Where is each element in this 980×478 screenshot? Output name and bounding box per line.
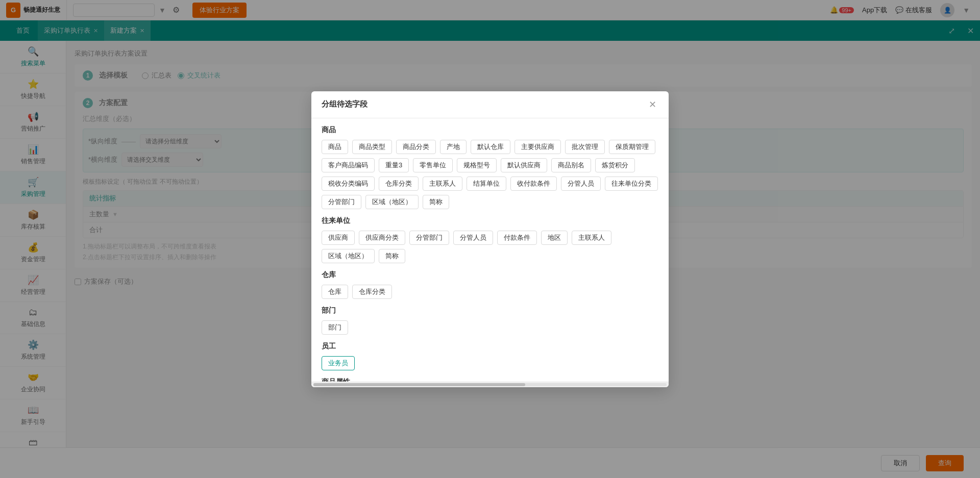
field-tag[interactable]: 供应商	[322, 231, 355, 245]
modal-title: 分组待选字段	[322, 99, 368, 109]
field-tag[interactable]: 税收分类编码	[322, 177, 375, 191]
field-tag[interactable]: 炼货积分	[595, 158, 635, 172]
field-tag[interactable]: 往来单位分类	[605, 177, 658, 191]
section-dept: 部门 部门	[322, 306, 658, 335]
field-tag[interactable]: 仓库分类	[352, 285, 392, 299]
goods-fields: 商品 商品类型 商品分类 产地 默认仓库 主要供应商 批次管理 保质期管理 客户…	[322, 140, 658, 209]
modal-dialog: 分组待选字段 ✕ 商品 商品 商品类型 商品分类 产地 默认仓库 主要供应商 批…	[311, 91, 669, 387]
section-product-attr-title: 商品属性	[322, 378, 658, 382]
field-tag[interactable]: 分管人员	[561, 177, 601, 191]
field-tag[interactable]: 地区	[541, 231, 568, 245]
modal-close-button[interactable]: ✕	[646, 98, 658, 111]
field-tag[interactable]: 付款条件	[497, 231, 537, 245]
field-tag[interactable]: 仓库分类	[379, 177, 419, 191]
section-goods: 商品 商品 商品类型 商品分类 产地 默认仓库 主要供应商 批次管理 保质期管理…	[322, 125, 658, 209]
employee-fields: 业务员	[322, 356, 658, 370]
section-warehouse: 仓库 仓库 仓库分类	[322, 270, 658, 299]
field-tag[interactable]: 收付款条件	[510, 177, 557, 191]
field-tag[interactable]: 主联系人	[423, 177, 462, 191]
field-tag[interactable]: 简称	[379, 249, 405, 263]
modal-body: 商品 商品 商品类型 商品分类 产地 默认仓库 主要供应商 批次管理 保质期管理…	[311, 118, 669, 382]
field-tag[interactable]: 供应商分类	[359, 231, 405, 245]
field-tag[interactable]: 业务员	[322, 356, 355, 370]
section-dept-title: 部门	[322, 306, 658, 315]
field-tag[interactable]: 主要供应商	[514, 140, 561, 154]
section-employee: 员工 业务员	[322, 342, 658, 370]
field-tag[interactable]: 重量3	[379, 158, 409, 172]
field-tag[interactable]: 结算单位	[467, 177, 506, 191]
field-tag[interactable]: 商品别名	[551, 158, 591, 172]
modal-overlay: 分组待选字段 ✕ 商品 商品 商品类型 商品分类 产地 默认仓库 主要供应商 批…	[0, 0, 980, 478]
field-tag[interactable]: 默认仓库	[471, 140, 510, 154]
warehouse-fields: 仓库 仓库分类	[322, 285, 658, 299]
field-tag[interactable]: 商品分类	[396, 140, 436, 154]
field-tag[interactable]: 主联系人	[572, 231, 611, 245]
field-tag[interactable]: 商品类型	[352, 140, 392, 154]
hscrollbar-thumb[interactable]	[313, 383, 525, 386]
section-goods-title: 商品	[322, 125, 658, 135]
partners-fields: 供应商 供应商分类 分管部门 分管人员 付款条件 地区 主联系人 区域（地区） …	[322, 231, 658, 263]
modal-header: 分组待选字段 ✕	[311, 91, 669, 118]
field-tag[interactable]: 仓库	[322, 285, 348, 299]
field-tag[interactable]: 默认供应商	[501, 158, 547, 172]
field-tag[interactable]: 规格型号	[457, 158, 497, 172]
modal-hscrollbar[interactable]	[311, 382, 669, 387]
field-tag[interactable]: 批次管理	[565, 140, 605, 154]
section-partners: 往来单位 供应商 供应商分类 分管部门 分管人员 付款条件 地区 主联系人 区域…	[322, 216, 658, 263]
field-tag[interactable]: 商品	[322, 140, 348, 154]
field-tag[interactable]: 分管部门	[409, 231, 449, 245]
field-tag[interactable]: 分管人员	[453, 231, 493, 245]
section-partners-title: 往来单位	[322, 216, 658, 225]
dept-fields: 部门	[322, 320, 658, 335]
field-tag[interactable]: 简称	[423, 195, 449, 209]
field-tag[interactable]: 部门	[322, 320, 348, 335]
field-tag[interactable]: 产地	[440, 140, 467, 154]
field-tag[interactable]: 零售单位	[413, 158, 453, 172]
hscrollbar-track	[313, 383, 667, 386]
field-tag[interactable]: 区域（地区）	[365, 195, 419, 209]
section-employee-title: 员工	[322, 342, 658, 351]
field-tag[interactable]: 客户商品编码	[322, 158, 375, 172]
section-product-attr: 商品属性 属性 颜色 多规格 尺码 鞋码 1	[322, 378, 658, 382]
field-tag[interactable]: 分管部门	[322, 195, 361, 209]
section-warehouse-title: 仓库	[322, 270, 658, 280]
field-tag[interactable]: 保质期管理	[609, 140, 655, 154]
field-tag[interactable]: 区域（地区）	[322, 249, 375, 263]
